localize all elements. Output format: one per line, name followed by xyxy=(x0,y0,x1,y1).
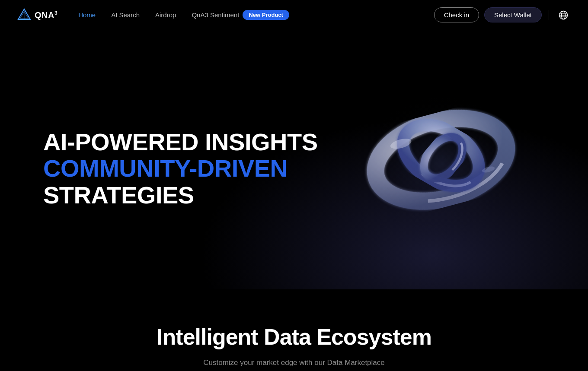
nav-sentiment-group: QnA3 Sentiment New Product xyxy=(192,10,289,20)
hero-line2: COMMUNITY-DRIVEN xyxy=(43,155,318,182)
nav-link-airdrop[interactable]: Airdrop xyxy=(155,11,176,19)
globe-icon xyxy=(559,10,568,20)
navbar: QNA3 Home AI Search Airdrop QnA3 Sentime… xyxy=(0,0,588,30)
hero-line3: STRATEGIES xyxy=(43,182,318,209)
ecosystem-title: Intelligent Data Ecosystem xyxy=(17,324,571,350)
hero-visual xyxy=(294,30,588,289)
new-product-badge[interactable]: New Product xyxy=(243,10,289,20)
nav-links: Home AI Search Airdrop QnA3 Sentiment Ne… xyxy=(78,10,289,20)
navbar-left: QNA3 Home AI Search Airdrop QnA3 Sentime… xyxy=(17,8,289,22)
nav-link-home[interactable]: Home xyxy=(78,11,96,19)
ecosystem-subtitle: Customize your market edge with our Data… xyxy=(186,358,402,367)
navbar-right: Check in Select Wallet xyxy=(434,7,571,22)
logo[interactable]: QNA3 xyxy=(17,8,58,22)
hero-section: AI-POWERED INSIGHTS COMMUNITY-DRIVEN STR… xyxy=(0,30,588,289)
language-button[interactable] xyxy=(556,8,571,22)
logo-text: QNA3 xyxy=(35,10,58,20)
hero-line1: AI-POWERED INSIGHTS xyxy=(43,129,318,155)
nav-link-ai-search[interactable]: AI Search xyxy=(111,11,140,19)
checkin-button[interactable]: Check in xyxy=(434,7,479,22)
ring-3d-object xyxy=(350,69,532,251)
nav-sentiment-label[interactable]: QnA3 Sentiment xyxy=(192,11,239,19)
nav-divider xyxy=(549,10,549,20)
hero-content: AI-POWERED INSIGHTS COMMUNITY-DRIVEN STR… xyxy=(0,111,318,209)
select-wallet-button[interactable]: Select Wallet xyxy=(484,7,542,22)
logo-icon xyxy=(17,8,31,22)
ecosystem-section: Intelligent Data Ecosystem Customize you… xyxy=(0,289,588,371)
